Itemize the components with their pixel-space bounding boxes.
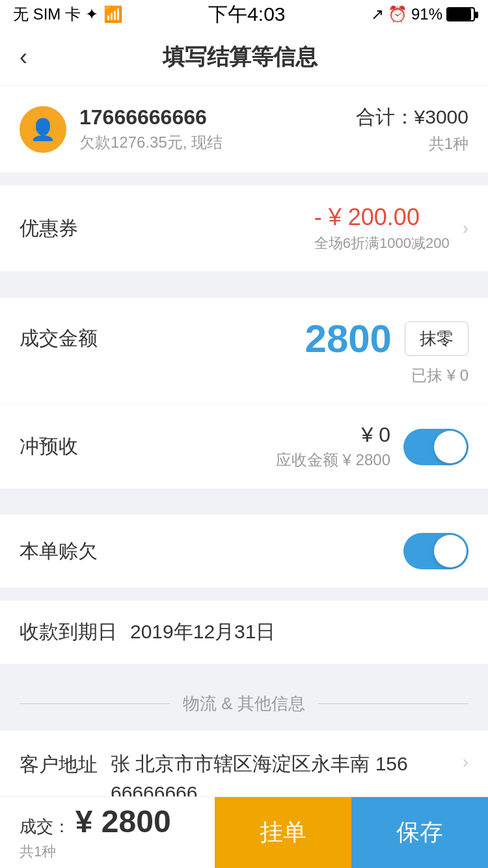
prepay-sub: 应收金额 ¥ 2800: [276, 450, 390, 470]
footer-count: 共1种: [20, 842, 195, 861]
footer-deal-label: 成交：: [20, 817, 70, 836]
divider-2: [0, 502, 488, 515]
credit-label: 本单赊欠: [20, 538, 98, 565]
total-count: 共1种: [356, 133, 468, 154]
footer-bar: 成交： ¥ 2800 共1种 挂单 保存: [0, 796, 488, 868]
customer-phone: 17666666666: [79, 105, 223, 129]
coupon-desc: 全场6折满1000减200: [314, 234, 450, 253]
back-button[interactable]: ‹: [20, 37, 40, 77]
alarm-icon: ⏰: [388, 5, 407, 23]
coupon-label: 优惠券: [20, 215, 78, 242]
prepay-section: 冲预收 ¥ 0 应收金额 ¥ 2800: [0, 404, 488, 489]
status-time: 下午4:03: [208, 1, 285, 28]
divider-1: [0, 285, 488, 298]
customer-details: 17666666666 欠款1276.35元, 现结: [79, 105, 223, 153]
logistics-line-left: [20, 703, 170, 704]
transaction-row: 成交金额 2800 抹零: [20, 316, 468, 361]
credit-toggle-knob: [434, 535, 467, 567]
coupon-right: - ¥ 200.00 全场6折满1000减200 ›: [314, 204, 468, 253]
footer-summary: 成交： ¥ 2800 共1种: [0, 804, 215, 861]
round-button[interactable]: 抹零: [405, 321, 468, 356]
status-right: ↗ ⏰ 91%: [371, 5, 475, 23]
address-label: 客户地址: [20, 752, 98, 778]
credit-section: 本单赊欠: [0, 515, 488, 588]
prepay-row: 冲预收 ¥ 0 应收金额 ¥ 2800: [20, 423, 468, 470]
footer-deal-row: 成交： ¥ 2800: [20, 804, 195, 839]
prepay-label: 冲预收: [20, 433, 78, 460]
coupon-info: - ¥ 200.00 全场6折满1000减200: [314, 204, 450, 253]
credit-toggle[interactable]: [403, 533, 468, 569]
customer-right: 合计：¥3000 共1种: [356, 104, 468, 154]
due-date-label: 收款到期日: [20, 619, 117, 645]
prepay-amount-group: ¥ 0 应收金额 ¥ 2800: [276, 423, 390, 470]
transaction-section: 成交金额 2800 抹零 已抹 ¥ 0: [0, 298, 488, 404]
coupon-chevron-icon: ›: [463, 218, 468, 239]
transaction-amount: 2800: [305, 316, 392, 361]
save-button[interactable]: 保存: [351, 797, 488, 869]
address-chevron-icon: ›: [463, 752, 468, 772]
customer-debt: 欠款1276.35元, 现结: [79, 132, 223, 153]
avatar: 👤: [20, 106, 66, 153]
customer-info-card: 👤 17666666666 欠款1276.35元, 现结 合计：¥3000 共1…: [0, 86, 488, 172]
battery-icon: [446, 7, 475, 21]
transaction-label: 成交金额: [20, 325, 98, 352]
coupon-row[interactable]: 优惠券 - ¥ 200.00 全场6折满1000减200 ›: [0, 185, 488, 272]
transaction-right: 2800 抹零: [305, 316, 468, 361]
due-date-value: 2019年12月31日: [130, 619, 275, 645]
total-amount: 合计：¥3000: [356, 104, 468, 131]
prepay-toggle-knob: [434, 431, 467, 463]
status-left: 无 SIM 卡 ✦ 📶: [13, 4, 123, 25]
coupon-amount: - ¥ 200.00: [314, 204, 450, 231]
direction-icon: ↗: [371, 5, 384, 23]
battery-percent: 91%: [411, 5, 442, 23]
prepay-toggle[interactable]: [403, 429, 468, 465]
page-title: 填写结算等信息: [40, 42, 440, 72]
logistics-header: 物流 & 其他信息: [0, 677, 488, 731]
prepay-value: ¥ 0: [276, 423, 390, 447]
status-bar: 无 SIM 卡 ✦ 📶 下午4:03 ↗ ⏰ 91%: [0, 0, 488, 29]
wifi-icon: 📶: [103, 5, 123, 23]
sim-label: 无 SIM 卡 ✦: [13, 4, 98, 25]
prepay-right: ¥ 0 应收金额 ¥ 2800: [276, 423, 468, 470]
hold-button[interactable]: 挂单: [215, 797, 351, 869]
footer-amount: ¥ 2800: [75, 804, 171, 839]
due-date-section: 收款到期日 2019年12月31日: [0, 601, 488, 664]
avatar-icon: 👤: [30, 117, 56, 142]
logistics-line-right: [318, 703, 468, 704]
logistics-label: 物流 & 其他信息: [183, 692, 305, 715]
customer-left: 👤 17666666666 欠款1276.35元, 现结: [20, 105, 223, 153]
transaction-sub: 已抹 ¥ 0: [20, 365, 468, 386]
nav-bar: ‹ 填写结算等信息: [0, 29, 488, 86]
